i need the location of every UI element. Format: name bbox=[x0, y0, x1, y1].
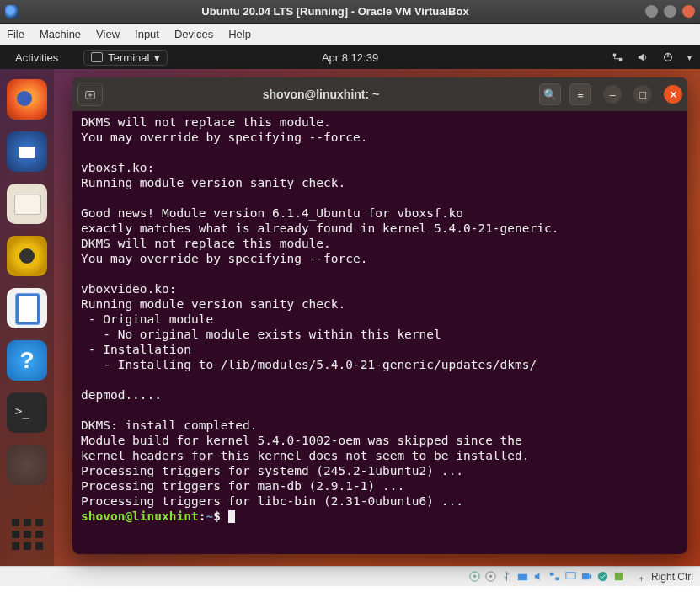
vb-menu-help[interactable]: Help bbox=[228, 28, 251, 40]
svg-rect-14 bbox=[566, 573, 575, 579]
vb-menu-input[interactable]: Input bbox=[135, 28, 159, 40]
terminal-title: shovon@linuxhint: ~ bbox=[103, 88, 539, 101]
dock-firefox-icon[interactable] bbox=[7, 79, 47, 120]
dock: ? bbox=[0, 69, 54, 566]
svg-point-16 bbox=[598, 572, 607, 581]
svg-point-10 bbox=[489, 575, 492, 578]
vb-window-title: Ubuntu 20.04 LTS [Running] - Oracle VM V… bbox=[25, 5, 645, 18]
network-icon bbox=[612, 51, 623, 63]
terminal-minimize-button[interactable]: – bbox=[603, 85, 622, 104]
clock[interactable]: Apr 8 12:39 bbox=[322, 51, 378, 64]
guest-display: Activities Terminal ▾ Apr 8 12:39 ▾ ? bbox=[0, 45, 700, 566]
hamburger-icon: ≡ bbox=[577, 89, 584, 100]
new-tab-icon bbox=[84, 88, 96, 100]
svg-rect-0 bbox=[613, 54, 617, 57]
vb-harddisk-icon[interactable] bbox=[468, 570, 481, 583]
app-menu-label: Terminal bbox=[108, 51, 149, 64]
close-icon: ✕ bbox=[669, 89, 678, 100]
vb-maximize-button[interactable] bbox=[664, 5, 676, 18]
system-tray[interactable]: ▾ bbox=[612, 51, 692, 63]
terminal-headerbar: shovon@linuxhint: ~ 🔍 ≡ – □ ✕ bbox=[72, 77, 687, 111]
vb-menu-machine[interactable]: Machine bbox=[40, 28, 81, 40]
chevron-down-icon: ▾ bbox=[154, 51, 160, 64]
vb-network-icon[interactable] bbox=[548, 570, 561, 583]
terminal-maximize-button[interactable]: □ bbox=[633, 85, 652, 104]
terminal-menu-button[interactable]: ≡ bbox=[569, 83, 591, 105]
dock-help-icon[interactable]: ? bbox=[7, 340, 47, 381]
dock-settings-icon[interactable] bbox=[7, 445, 47, 485]
terminal-window: shovon@linuxhint: ~ 🔍 ≡ – □ ✕ DKMS will … bbox=[72, 77, 687, 554]
svg-rect-15 bbox=[582, 573, 589, 580]
vb-minimize-button[interactable] bbox=[645, 5, 658, 18]
terminal-close-button[interactable]: ✕ bbox=[664, 85, 682, 104]
maximize-icon: □ bbox=[639, 89, 646, 100]
svg-rect-11 bbox=[518, 574, 527, 581]
chevron-down-icon: ▾ bbox=[687, 53, 692, 62]
vb-menu-view[interactable]: View bbox=[96, 28, 120, 40]
minimize-icon: – bbox=[609, 89, 615, 100]
vb-optical-icon[interactable] bbox=[484, 570, 497, 583]
terminal-indicator-icon bbox=[91, 52, 103, 62]
vb-hostkey-label: Right Ctrl bbox=[651, 571, 693, 583]
vb-audio-icon[interactable] bbox=[532, 570, 545, 583]
svg-rect-12 bbox=[550, 573, 554, 576]
vb-close-button[interactable] bbox=[682, 5, 695, 18]
dock-files-icon[interactable] bbox=[7, 184, 47, 224]
svg-point-8 bbox=[473, 575, 476, 578]
terminal-search-button[interactable]: 🔍 bbox=[539, 83, 561, 105]
vb-display-icon[interactable] bbox=[564, 570, 577, 583]
terminal-body[interactable]: DKMS will not replace this module. You m… bbox=[72, 111, 687, 554]
dock-rhythmbox-icon[interactable] bbox=[7, 236, 47, 276]
dock-terminal-icon[interactable] bbox=[7, 392, 47, 433]
dock-libreoffice-writer-icon[interactable] bbox=[7, 288, 47, 328]
vb-statusbar: Right Ctrl bbox=[0, 566, 700, 586]
virtualbox-app-icon bbox=[5, 5, 19, 19]
dock-show-applications-icon[interactable] bbox=[7, 514, 47, 554]
terminal-new-tab-button[interactable] bbox=[77, 83, 103, 106]
vb-titlebar: Ubuntu 20.04 LTS [Running] - Oracle VM V… bbox=[0, 0, 700, 24]
vb-shared-folders-icon[interactable] bbox=[516, 570, 529, 583]
svg-rect-13 bbox=[555, 577, 559, 580]
dock-thunderbird-icon[interactable] bbox=[7, 131, 47, 172]
app-menu-indicator[interactable]: Terminal ▾ bbox=[83, 50, 168, 66]
vb-menubar: File Machine View Input Devices Help bbox=[0, 24, 700, 45]
vb-usb-icon[interactable] bbox=[500, 570, 513, 583]
power-icon bbox=[662, 51, 674, 63]
activities-button[interactable]: Activities bbox=[8, 51, 65, 64]
volume-icon bbox=[637, 51, 649, 63]
vb-draganddrop-icon[interactable] bbox=[612, 570, 625, 583]
vb-hostkey-indicator[interactable]: Right Ctrl bbox=[635, 570, 693, 583]
vb-menu-file[interactable]: File bbox=[7, 28, 24, 40]
svg-rect-17 bbox=[615, 573, 623, 580]
gnome-topbar: Activities Terminal ▾ Apr 8 12:39 ▾ bbox=[0, 45, 700, 69]
search-icon: 🔍 bbox=[543, 89, 557, 100]
vb-clipboard-icon[interactable] bbox=[596, 570, 609, 583]
keyboard-icon bbox=[635, 570, 648, 583]
vb-recording-icon[interactable] bbox=[580, 570, 593, 583]
vb-menu-devices[interactable]: Devices bbox=[174, 28, 213, 40]
